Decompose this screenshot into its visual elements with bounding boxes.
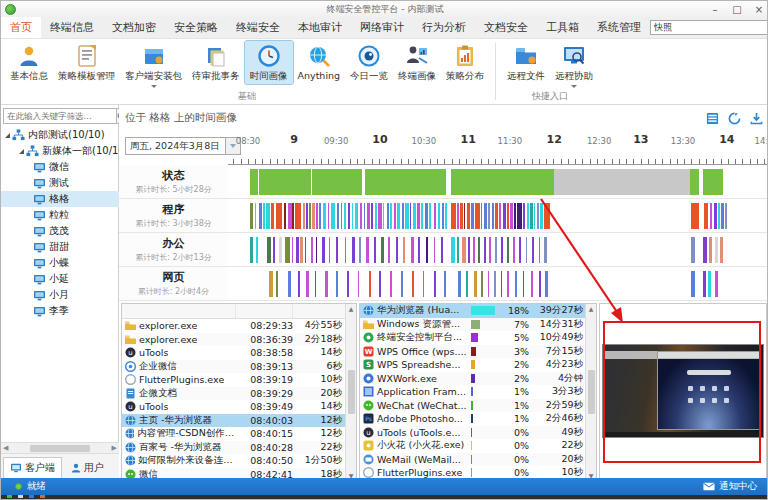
date-picker[interactable]: 周五, 2024年3月8日: [125, 137, 241, 155]
table-scrollbar[interactable]: ▲▼: [345, 304, 356, 480]
app-row-5[interactable]: WXWork.exe2%4分钟: [360, 372, 585, 386]
tree-node-7[interactable]: 甜甜: [1, 239, 119, 255]
menu-tab-7[interactable]: 行为分析: [413, 17, 475, 38]
ribbon-item-person-chart[interactable]: 终端画像: [393, 41, 441, 84]
tree-node-6[interactable]: 茂茂: [1, 223, 119, 239]
notification-center[interactable]: 通知中心: [719, 480, 757, 493]
scroll-left-icon[interactable]: ◀: [3, 444, 8, 452]
app-row-4[interactable]: SWPS Spreadshe...2%4分23秒: [360, 358, 585, 372]
window-row-10[interactable]: 如何限制外来设备连接电...08:40:501分50秒: [122, 454, 345, 468]
envelope-icon[interactable]: [703, 482, 715, 491]
menu-tab-3[interactable]: 安全策略: [165, 17, 227, 38]
screen-snapshot-thumbnail[interactable]: [602, 344, 764, 438]
app-row-2[interactable]: 终端安全控制平台...5%10分49秒: [360, 331, 585, 345]
tree-expander-icon[interactable]: [19, 149, 24, 154]
clipboard-chart-icon: [453, 44, 477, 68]
tree-node-4[interactable]: 格格: [1, 191, 119, 207]
menu-tab-4[interactable]: 终端安全: [227, 17, 289, 38]
window-title-cell: 企微文档: [139, 387, 177, 400]
menu-tab-5[interactable]: 本地审计: [289, 17, 351, 38]
tree-node-3[interactable]: 测试: [1, 175, 119, 191]
maximize-button[interactable]: □: [731, 4, 743, 15]
close-button[interactable]: ×: [753, 4, 765, 15]
timeline-track[interactable]: [228, 169, 768, 195]
panel-title: 位于 格格 上的时间画像: [125, 111, 237, 125]
tree-node-9[interactable]: 小延: [1, 271, 119, 287]
usage-duration-cell: 3分3秒: [529, 385, 585, 398]
tree-node-0[interactable]: 内部测试(10/10): [1, 127, 119, 143]
ribbon-item-clipboard-chart[interactable]: 策略分布: [441, 41, 489, 84]
dropdown-caret-icon[interactable]: [571, 85, 577, 88]
ribbon-group-title: 基础: [1, 89, 493, 105]
window-row-2[interactable]: uuTools08:38:5814秒: [122, 346, 345, 360]
menu-tab-8[interactable]: 文档安全: [475, 17, 537, 38]
timeline-track[interactable]: [228, 237, 768, 263]
tree-expander-icon[interactable]: [5, 133, 10, 138]
window-row-9[interactable]: 百家号 -华为浏览器08:40:2822秒: [122, 441, 345, 455]
menu-tab-2[interactable]: 文档加密: [103, 17, 165, 38]
ribbon-item-person[interactable]: 基本信息: [5, 41, 53, 84]
window-row-4[interactable]: FlutterPlugins.exe08:39:1910秒: [122, 373, 345, 387]
ribbon-item-search-globe[interactable]: Anything: [293, 41, 346, 82]
app-row-6[interactable]: Application Fram...1%3分3秒: [360, 385, 585, 399]
quick-search-input[interactable]: [650, 20, 768, 35]
app-name-cell: WPS Spreadshe...: [377, 359, 461, 370]
app-row-7[interactable]: WeChat (WeChat...1%2分59秒: [360, 399, 585, 413]
usage-bar: [471, 333, 478, 342]
tree-node-10[interactable]: 小月: [1, 287, 119, 303]
window-row-3[interactable]: 企业微信08:39:136秒: [122, 360, 345, 374]
ribbon-item-folder[interactable]: 远程文件: [502, 41, 550, 84]
tree-node-8[interactable]: 小蝶: [1, 255, 119, 271]
timeline-track[interactable]: [228, 271, 768, 297]
download-icon[interactable]: [750, 112, 763, 125]
app-row-8[interactable]: PsAdobe Photosho...1%2分46秒: [360, 412, 585, 426]
table-scrollbar[interactable]: ▲▼: [585, 304, 596, 480]
ribbon-item-eye[interactable]: 今日一览: [345, 41, 393, 84]
timeline-row-total: 累计时长: 3小时38分: [135, 218, 212, 229]
tree-node-2[interactable]: 微信: [1, 159, 119, 175]
window-row-5[interactable]: 企微文档08:39:2920秒: [122, 387, 345, 401]
app-name-cell: Adobe Photosho...: [377, 413, 463, 424]
app-row-10[interactable]: 小火花 (小火花.exe)0%22秒: [360, 439, 585, 453]
app-row-0[interactable]: 华为浏览器 (Hua...18%39分27秒: [360, 304, 585, 318]
refresh-icon[interactable]: [728, 112, 741, 125]
ribbon-item-clock[interactable]: 时间画像: [245, 41, 293, 84]
tree-node-11[interactable]: 李季: [1, 303, 119, 319]
ribbon-item-package[interactable]: 客户端安装包: [120, 41, 187, 89]
sidebar-tab-user[interactable]: 用户: [64, 457, 111, 479]
usage-bar: [471, 306, 495, 315]
ribbon-item-monitor-search[interactable]: 远程协助: [550, 41, 598, 89]
app-row-1[interactable]: Windows 资源管...7%14分31秒: [360, 318, 585, 332]
timeline-track[interactable]: [228, 203, 768, 229]
usage-percent-cell: 0%: [499, 440, 529, 451]
sidebar-tab-client[interactable]: 客户端: [3, 457, 62, 479]
menu-tab-6[interactable]: 网络审计: [351, 17, 413, 38]
app-row-11[interactable]: WeMail (WeMail...0%20秒: [360, 453, 585, 467]
tree-node-5[interactable]: 粒粒: [1, 207, 119, 223]
window-row-7[interactable]: 主页 -华为浏览器08:40:0312秒: [122, 414, 345, 428]
scroll-right-icon[interactable]: ▶: [112, 444, 117, 452]
ruler-label: 14:30: [755, 136, 768, 146]
tree-filter-input[interactable]: [3, 108, 116, 124]
window-row-6[interactable]: uuTools08:39:4914秒: [122, 400, 345, 414]
tree-node-1[interactable]: 新媒体一部(10/10): [1, 143, 119, 159]
dropdown-caret-icon[interactable]: [151, 85, 157, 88]
window-row-8[interactable]: 内容管理-CSDN创作中心 ...08:40:1512秒: [122, 427, 345, 441]
menu-tab-1[interactable]: 终端信息: [41, 17, 103, 38]
usage-duration-cell: 20秒: [529, 453, 585, 466]
sidebar-horizontal-scrollbar[interactable]: ◀ ▶: [1, 442, 119, 453]
column-settings-icon[interactable]: [706, 112, 719, 125]
ribbon-item-template[interactable]: 策略模板管理: [53, 41, 120, 84]
menu-tab-0[interactable]: 首页: [1, 17, 41, 38]
window-row-0[interactable]: explorer.exe08:29:334分55秒: [122, 319, 345, 333]
menu-tab-9[interactable]: 工具箱: [537, 17, 588, 38]
wps-icon: W: [363, 346, 374, 357]
window-row-1[interactable]: explorer.exe08:36:392分18秒: [122, 333, 345, 347]
app-row-3[interactable]: WWPS Office (wps....3%7分15秒: [360, 345, 585, 359]
svg-text:u: u: [366, 429, 370, 437]
ruler-label: 9: [290, 133, 298, 146]
minimize-button[interactable]: –: [709, 4, 721, 15]
app-row-9[interactable]: uuTools (uTools.e...0%49秒: [360, 426, 585, 440]
menu-tab-10[interactable]: 系统管理: [588, 17, 650, 38]
ribbon-item-documents[interactable]: 待审批事务: [187, 41, 245, 84]
